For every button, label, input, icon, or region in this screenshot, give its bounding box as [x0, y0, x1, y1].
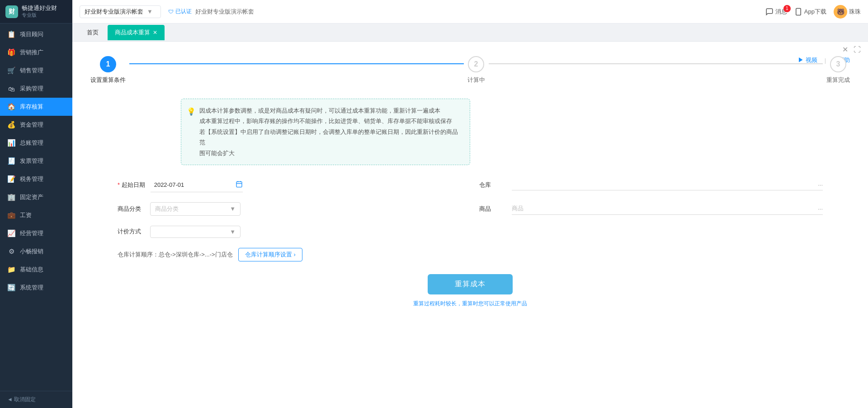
user-avatar-button[interactable]: 🐻 珠珠 — [834, 5, 861, 19]
sidebar: 财 畅捷通好业财 专业版 📋 项目顾问 🎁 营销推广 🛒 销售管理 🛍 采购管理… — [0, 0, 72, 408]
product-more-icon[interactable]: ··· — [818, 205, 823, 212]
sidebar-item-label: 库存核算 — [20, 103, 43, 111]
sidebar-item-inventory[interactable]: 🏠 库存核算 — [0, 98, 72, 116]
app-title: 畅捷通好业财 — [22, 5, 57, 12]
notice-box: 💡 因成本计算参数调整，或是对商品成本有疑问时，可以通过成本重算功能，重新计算一… — [181, 99, 470, 165]
sidebar-item-accounting[interactable]: 📊 总账管理 — [0, 134, 72, 152]
step-3-num: 3 — [836, 60, 840, 68]
sidebar-item-label: 基础信息 — [20, 266, 43, 274]
system-icon: 🔄 — [7, 284, 15, 292]
pricing-dropdown-icon: ▼ — [230, 228, 236, 235]
close-window-button[interactable]: ✕ — [842, 45, 848, 54]
category-dropdown-icon: ▼ — [230, 205, 236, 212]
sidebar-item-basic[interactable]: 📁 基础信息 — [0, 261, 72, 279]
product-placeholder: 商品 — [512, 204, 524, 213]
tab-home[interactable]: 首页 — [80, 25, 106, 40]
recalc-button[interactable]: 重算成本 — [428, 274, 513, 294]
category-label: 商品分类 — [118, 205, 145, 213]
start-date-input[interactable] — [151, 180, 232, 190]
verified-badge: 🛡 已认证 好业财专业版演示帐套 — [168, 8, 254, 16]
invoice-icon: 🧾 — [7, 157, 15, 165]
sidebar-item-project[interactable]: 📋 项目顾问 — [0, 25, 72, 43]
step-2: 2 计算中 — [467, 56, 485, 84]
tab-home-label: 首页 — [87, 28, 99, 37]
form-row-2: 商品分类 商品分类 ▼ 商品 商品 ··· — [118, 202, 823, 216]
messages-button[interactable]: 消息 1 — [765, 8, 787, 16]
step-2-label: 计算中 — [467, 76, 485, 84]
category-field: 商品分类 商品分类 ▼ — [118, 202, 461, 216]
warehouse-field: 仓库 ··· — [479, 180, 823, 190]
sidebar-item-label: 发票管理 — [20, 157, 43, 165]
sidebar-item-tax[interactable]: 📝 税务管理 — [0, 170, 72, 188]
notice-line-3: 若【系统设置】中启用了自动调整记账日期时，会调整入库单的整单记账日期，因此重新计… — [199, 127, 462, 148]
marketing-icon: 🎁 — [7, 48, 15, 57]
warehouse-order-settings-button[interactable]: 仓库计算顺序设置 › — [238, 248, 302, 261]
step-1-circle: 1 — [100, 56, 116, 72]
sidebar-item-label: 营销推广 — [20, 48, 43, 57]
step-3: 3 重算完成 — [826, 56, 850, 84]
step-1-label: 设置重算条件 — [90, 76, 126, 84]
expense-icon: ⚙ — [7, 247, 15, 256]
topbar-right: 消息 1 App下载 🐻 珠珠 — [765, 5, 861, 19]
sidebar-item-label: 总账管理 — [20, 139, 43, 147]
tab-recalc[interactable]: 商品成本重算 ✕ — [108, 25, 165, 40]
product-field: 商品 商品 ··· — [479, 203, 823, 215]
account-name: 好业财专业版演示帐套 — [85, 8, 143, 16]
accounting-icon: 📊 — [7, 139, 15, 147]
sidebar-item-salary[interactable]: 💼 工资 — [0, 206, 72, 224]
topbar-left: 好业财专业版演示帐套 ▼ 🛡 已认证 好业财专业版演示帐套 — [80, 5, 765, 18]
tab-bar: 首页 商品成本重算 ✕ — [72, 24, 868, 42]
pricing-select[interactable]: ▼ — [150, 226, 241, 238]
sidebar-item-purchase[interactable]: 🛍 采购管理 — [0, 80, 72, 98]
warehouse-order-label: 仓库计算顺序：总仓->深圳仓库->...->门店仓 — [118, 251, 233, 259]
warehouse-more-icon[interactable]: ··· — [818, 181, 823, 188]
sidebar-item-finance[interactable]: 💰 资金管理 — [0, 116, 72, 134]
expand-window-button[interactable]: ⛶ — [854, 46, 861, 54]
sidebar-item-invoice[interactable]: 🧾 发票管理 — [0, 152, 72, 170]
start-date-label: * * 起始日期起始日期 — [118, 181, 145, 189]
sidebar-item-label: 经营管理 — [20, 229, 43, 237]
operations-icon: 📈 — [7, 229, 15, 237]
inventory-icon: 🏠 — [7, 103, 15, 111]
chevron-right-icon: › — [294, 251, 296, 258]
app-download-button[interactable]: App下载 — [794, 8, 826, 16]
svg-rect-0 — [796, 8, 801, 15]
messages-badge: 1 — [783, 5, 791, 12]
pricing-field: 计价方式 ▼ — [118, 226, 461, 238]
stepper: 1 设置重算条件 2 计算中 3 重算完成 — [90, 56, 850, 84]
form-section: * * 起始日期起始日期 仓库 ··· — [90, 178, 850, 308]
step-2-num: 2 — [474, 60, 478, 68]
sidebar-item-assets[interactable]: 🏢 固定资产 — [0, 188, 72, 206]
svg-rect-2 — [236, 182, 242, 187]
step-line-1 — [129, 63, 464, 64]
sidebar-item-marketing[interactable]: 🎁 营销推广 — [0, 43, 72, 62]
tax-icon: 📝 — [7, 175, 15, 183]
sidebar-item-label: 采购管理 — [20, 85, 43, 93]
sidebar-unpin-button[interactable]: ◄ 取消固定 — [0, 391, 72, 408]
app-logo: 财 畅捷通好业财 专业版 — [0, 0, 72, 24]
shield-icon: 🛡 — [168, 9, 174, 15]
sidebar-item-operations[interactable]: 📈 经营管理 — [0, 224, 72, 242]
sidebar-item-system[interactable]: 🔄 系统管理 — [0, 279, 72, 297]
sidebar-item-label: 项目顾问 — [20, 30, 43, 38]
notice-line-1: 因成本计算参数调整，或是对商品成本有疑问时，可以通过成本重算功能，重新计算一遍成… — [199, 105, 462, 116]
purchase-icon: 🛍 — [7, 85, 15, 93]
tab-close-icon[interactable]: ✕ — [153, 29, 157, 36]
required-star: * — [118, 181, 122, 188]
category-select[interactable]: 商品分类 ▼ — [150, 202, 241, 216]
calendar-icon[interactable] — [236, 180, 243, 189]
sidebar-item-sales[interactable]: 🛒 销售管理 — [0, 62, 72, 80]
sidebar-nav: 📋 项目顾问 🎁 营销推广 🛒 销售管理 🛍 采购管理 🏠 库存核算 💰 资金管… — [0, 24, 72, 391]
verified-account-text: 好业财专业版演示帐套 — [195, 8, 254, 16]
project-icon: 📋 — [7, 30, 15, 38]
sidebar-item-label: 固定资产 — [20, 193, 43, 201]
sidebar-item-expense[interactable]: ⚙ 小畅报销 — [0, 242, 72, 261]
account-selector[interactable]: 好业财专业版演示帐套 ▼ — [80, 5, 161, 18]
sidebar-item-label: 资金管理 — [20, 121, 43, 129]
category-placeholder: 商品分类 — [155, 205, 179, 213]
notice-line-4: 围可能会扩大 — [199, 148, 462, 158]
step-2-circle: 2 — [468, 56, 484, 72]
submit-area: 重算成本 重算过程耗时较长，重算时您可以正常使用产品 — [118, 274, 823, 308]
form-row-3: 计价方式 ▼ — [118, 226, 823, 238]
notice-line-2: 成本重算过程中，影响库存账的操作均不能操作，比如进货单、销货单、库存单据不能审核… — [199, 116, 462, 126]
